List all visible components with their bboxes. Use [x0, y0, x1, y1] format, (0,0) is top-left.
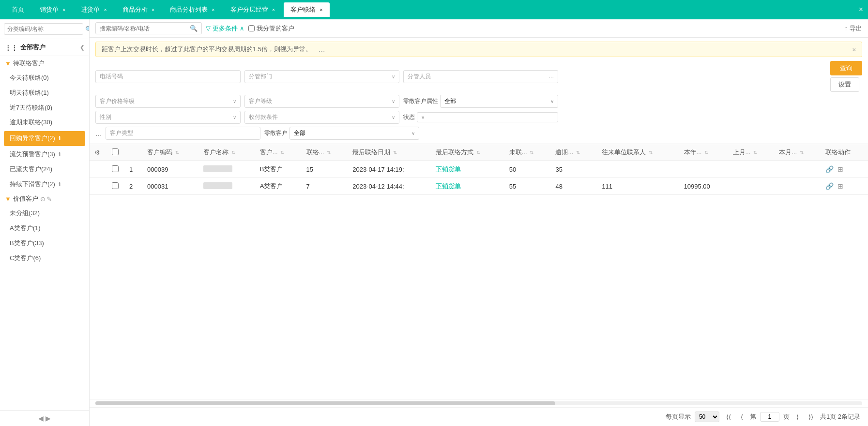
action-grid-icon[interactable]: ⊞ [838, 182, 843, 190]
settings-icon[interactable]: ⚙ [94, 149, 100, 156]
first-page-btn[interactable]: ⟨⟨ [723, 412, 734, 422]
scroll-track [95, 401, 862, 405]
sidebar-item-continuous-drop[interactable]: 持续下滑客户(2) ℹ [0, 177, 89, 192]
sidebar-prev-arrow[interactable]: ◀ [38, 414, 44, 422]
cell-last-contact-method[interactable]: 下销货单 [431, 178, 504, 195]
query-button[interactable]: 查询 [830, 61, 862, 75]
sidebar-search-input[interactable] [4, 23, 83, 35]
retail-attr-field[interactable]: 全部 ∨ [440, 95, 558, 108]
th-overdue[interactable]: 逾期... ⇅ [550, 144, 597, 161]
cell-check[interactable] [107, 178, 124, 195]
th-name[interactable]: 客户名称 ⇅ [198, 144, 255, 161]
th-settings[interactable]: ⚙ [90, 144, 107, 161]
cell-check[interactable] [107, 161, 124, 178]
close-purchase-order[interactable]: × [104, 7, 107, 13]
nav-customer-contact[interactable]: 客户联络 × [284, 2, 329, 17]
action-link-icon[interactable]: 🔗 [825, 165, 834, 173]
scroll-thumb[interactable] [95, 401, 555, 405]
customer-level-field[interactable]: 客户等级 ∨ [244, 95, 399, 108]
customer-table: ⚙ 客户编码 ⇅ 客户名称 ⇅ [90, 144, 868, 195]
close-product-analysis[interactable]: × [152, 7, 154, 13]
th-unit-contact[interactable]: 往来单位联系人 ⇅ [597, 144, 679, 161]
payment-field[interactable]: 收付款条件 ∨ [244, 111, 399, 124]
close-all-tabs[interactable]: × [859, 5, 863, 14]
cell-name [198, 161, 255, 178]
my-customers-checkbox[interactable] [248, 25, 255, 31]
th-uncontacted[interactable]: 未联... ⇅ [504, 144, 551, 161]
pending-group-label[interactable]: ▼ 待联络客户 [0, 56, 89, 71]
sidebar-item-loss-warning[interactable]: 流失预警客户(3) ℹ [0, 147, 89, 162]
price-level-field[interactable]: 客户价格等级 ∨ [95, 95, 241, 108]
nav-customer-tier[interactable]: 客户分层经营 × [224, 2, 282, 17]
advanced-filter: 距客户上次交易时长，超过了此客户的平均交易周期的1.5倍，则视为异常。 ... … [90, 38, 868, 144]
retail-customer-field[interactable]: 全部 ∨ [289, 127, 419, 140]
sidebar-item-tomorrow[interactable]: 明天待联络(1) [0, 86, 89, 101]
row4-dots[interactable]: ... [95, 129, 102, 138]
phone-field[interactable]: 电话号码 [95, 70, 241, 83]
sidebar-item-7days[interactable]: 近7天待联络(0) [0, 101, 89, 116]
settings-button[interactable]: 设置 [830, 77, 859, 92]
close-sales-order[interactable]: × [62, 7, 65, 13]
nav-purchase-order[interactable]: 进货单 × [74, 2, 113, 17]
sidebar-item-today[interactable]: 今天待联络(0) [0, 71, 89, 86]
th-type[interactable]: 客户... ⇅ [255, 144, 302, 161]
tooltip-dots[interactable]: ... [316, 45, 328, 54]
th-last-contact-date[interactable]: 最后联络日期 ⇅ [348, 144, 431, 161]
value-customers-group[interactable]: ▼ 价值客户 ⊙ ✎ [0, 191, 89, 206]
nav-product-analysis[interactable]: 商品分析 × [116, 2, 161, 17]
cell-uncontacted: 50 [504, 161, 551, 178]
search-icon[interactable]: 🔍 [190, 25, 198, 32]
sort-name-icon: ⇅ [231, 150, 235, 155]
nav-sales-order[interactable]: 销货单 × [33, 2, 72, 17]
sidebar-item-already-lost[interactable]: 已流失客户(24) [0, 162, 89, 177]
sidebar-item-b-class[interactable]: B类客户(33) [0, 236, 89, 251]
cell-settings [90, 178, 107, 195]
last-page-btn[interactable]: ⟩⟩ [806, 412, 816, 422]
status-field[interactable]: ∨ [417, 112, 558, 122]
nav-product-analysis-list[interactable]: 商品分析列表 × [163, 2, 221, 17]
more-conditions-btn[interactable]: ▽ 更多条件 ∧ [206, 24, 244, 33]
filter-row-3: 性别 ∨ 收付款条件 ∨ 状态 ∨ [95, 111, 862, 124]
sidebar-item-c-class[interactable]: C类客户(6) [0, 251, 89, 266]
close-product-analysis-list[interactable]: × [212, 7, 214, 13]
nav-home[interactable]: 首页 [5, 2, 31, 17]
select-all-checkbox[interactable] [112, 148, 119, 155]
row-checkbox[interactable] [112, 182, 119, 189]
action-grid-icon[interactable]: ⊞ [838, 165, 843, 173]
cell-overdue: 48 [550, 178, 597, 195]
sidebar-search-icon[interactable]: 🔍 [85, 26, 90, 33]
page-input[interactable] [760, 412, 779, 422]
dept-field[interactable]: 分管部门 ∨ [244, 70, 399, 83]
close-customer-tier[interactable]: × [272, 7, 275, 13]
th-checkbox[interactable] [107, 144, 124, 161]
cell-uncontacted: 55 [504, 178, 551, 195]
sidebar-item-repurchase-abnormal[interactable]: 回购异常客户(2) ℹ [4, 131, 85, 146]
close-customer-contact[interactable]: × [320, 7, 322, 13]
gender-field[interactable]: 性别 ∨ [95, 111, 241, 124]
customer-type-field[interactable]: 客户类型 [106, 127, 260, 140]
th-this-month[interactable]: 本月... ⇅ [774, 144, 821, 161]
my-customers-check[interactable]: 我分管的客户 [248, 24, 294, 33]
horizontal-scrollbar[interactable] [90, 399, 868, 407]
export-button[interactable]: ↑ 导出 [845, 24, 863, 33]
row-checkbox[interactable] [112, 165, 119, 172]
search-input[interactable] [100, 25, 190, 32]
cell-last-contact-method[interactable]: 下销货单 [431, 161, 504, 178]
manager-field[interactable]: 分管人员 ··· [403, 70, 558, 83]
th-contacts[interactable]: 联络... ⇅ [302, 144, 348, 161]
th-code[interactable]: 客户编码 ⇅ [142, 144, 198, 161]
sidebar-item-ungrouped[interactable]: 未分组(32) [0, 206, 89, 221]
sidebar-next-arrow[interactable]: ▶ [46, 414, 51, 422]
next-page-btn[interactable]: ⟩ [793, 412, 802, 422]
th-this-year[interactable]: 本年... ⇅ [679, 144, 728, 161]
th-last-contact-method[interactable]: 最后联络方式 ⇅ [431, 144, 504, 161]
prev-page-btn[interactable]: ⟨ [738, 412, 746, 422]
action-link-icon[interactable]: 🔗 [825, 182, 834, 190]
cell-this-month [774, 178, 821, 195]
page-size-select[interactable]: 50 100 200 [695, 411, 719, 422]
all-customers-header[interactable]: ⋮⋮ 全部客户 ❮ [0, 39, 89, 56]
tooltip-close-icon[interactable]: × [852, 46, 856, 53]
sidebar-item-a-class[interactable]: A类客户(1) [0, 221, 89, 236]
sidebar-item-overdue[interactable]: 逾期未联络(30) [0, 115, 89, 130]
th-last-month[interactable]: 上月... ⇅ [728, 144, 775, 161]
